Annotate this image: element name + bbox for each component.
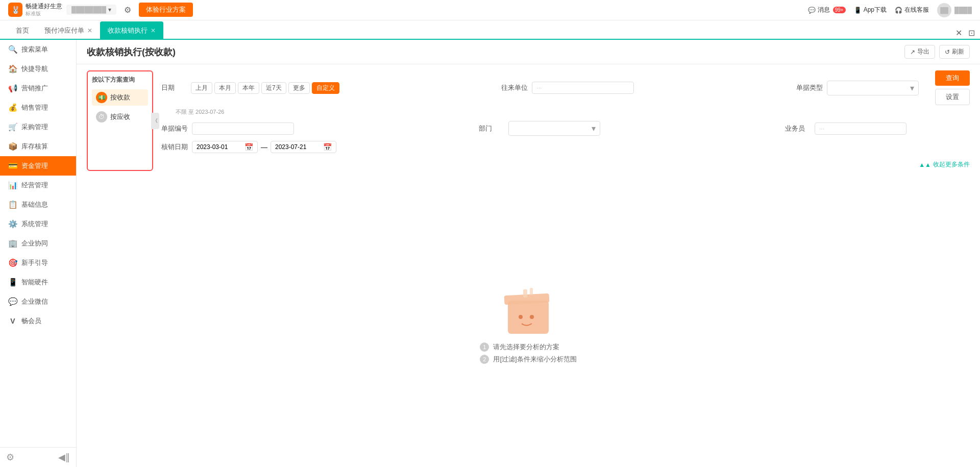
- filter-option-receivable-label: 按应收: [110, 112, 130, 121]
- settings-icon[interactable]: ⚙: [120, 3, 135, 17]
- purchase-icon: 🛒: [8, 122, 17, 132]
- tab-prepay[interactable]: 预付冲应付单 ✕: [37, 21, 100, 39]
- empty-hint-1-text: 请先选择要分析的方案: [493, 342, 559, 352]
- header-right: 💬 消息 99+ 📱 App下载 🎧 在线客服 ██ ████: [808, 3, 972, 17]
- app-download-label: App下载: [864, 6, 887, 14]
- sales-icon: 💰: [8, 103, 17, 112]
- partner-select[interactable]: ···: [532, 82, 634, 94]
- app-download-button[interactable]: 📱 App下载: [854, 6, 887, 14]
- verify-date-start-input[interactable]: [197, 143, 242, 151]
- svg-point-3: [530, 315, 534, 319]
- calendar-start-icon[interactable]: 📅: [244, 143, 253, 151]
- staff-select[interactable]: ···: [815, 122, 906, 135]
- tab-bar: 首页 预付冲应付单 ✕ 收款核销执行 ✕ ✕ ⊡: [0, 20, 980, 40]
- tab-prepay-close[interactable]: ✕: [87, 27, 92, 34]
- sidebar-item-finance[interactable]: 💳 资金管理: [0, 156, 76, 176]
- filter-settings-button[interactable]: 设置: [935, 89, 970, 105]
- sidebar-label-wechat: 企业微信: [21, 297, 48, 306]
- calendar-end-icon[interactable]: 📅: [323, 143, 332, 151]
- tab-close-all-icon[interactable]: ✕: [954, 27, 963, 39]
- message-button[interactable]: 💬 消息 99+: [808, 6, 846, 14]
- sidebar-item-wechat[interactable]: 💬 企业微信: [0, 292, 76, 311]
- date-hint-row: 不限 至 2023-07-26: [176, 107, 970, 116]
- svg-rect-5: [530, 288, 533, 295]
- date-btn-this-year[interactable]: 本年: [238, 82, 259, 94]
- sidebar-label-enterprise: 企业协同: [21, 239, 48, 248]
- sidebar-item-hardware[interactable]: 📱 智能硬件: [0, 273, 76, 292]
- date-btn-this-month[interactable]: 本月: [214, 82, 236, 94]
- filter-staff-field: 业务员 ···: [785, 122, 906, 135]
- brand-info: 畅捷通好生意 标准版: [26, 3, 62, 17]
- tab-bar-actions: ✕ ⊡: [954, 27, 980, 39]
- phone-icon: 📱: [854, 7, 862, 14]
- sidebar-item-operations[interactable]: 📊 经营管理: [0, 176, 76, 195]
- refresh-label: 刷新: [952, 47, 964, 56]
- query-button[interactable]: 查询: [935, 70, 970, 86]
- tab-collection-close[interactable]: ✕: [151, 27, 156, 34]
- hardware-icon: 📱: [8, 278, 17, 287]
- tab-collection[interactable]: 收款核销执行 ✕: [100, 21, 163, 39]
- sidebar-item-basicinfo[interactable]: 📋 基础信息: [0, 195, 76, 214]
- filter-sidebar-collapse[interactable]: 《: [151, 113, 159, 129]
- docno-input[interactable]: [192, 122, 294, 135]
- message-icon: 💬: [808, 7, 816, 14]
- collapse-sidebar-icon[interactable]: ◀‖: [58, 452, 70, 463]
- filter-option-collection[interactable]: 💵 按收款: [92, 89, 148, 106]
- sidebar-item-sales[interactable]: 💰 销售管理: [0, 98, 76, 117]
- date-range-separator: —: [261, 143, 267, 151]
- tab-prepay-label: 预付冲应付单: [44, 26, 84, 35]
- sidebar-item-purchase[interactable]: 🛒 采购管理: [0, 117, 76, 137]
- date-label: 日期: [161, 83, 187, 92]
- user-area: ██ ████: [937, 3, 972, 17]
- sidebar-label-quicknav: 快捷导航: [21, 64, 48, 73]
- sidebar-item-inventory[interactable]: 📦 库存核算: [0, 137, 76, 156]
- verifydate-label: 核销日期: [161, 142, 188, 152]
- filter-main: 日期 上月 本月 本年 近7天 更多 自定义: [161, 70, 970, 171]
- date-btn-last-month[interactable]: 上月: [191, 82, 212, 94]
- enterprise-icon: 🏢: [8, 239, 17, 248]
- sidebar: 🔍 搜索菜单 🏠 快捷导航 📢 营销推广 💰 销售管理 🛒 采购管理 📦 库存核…: [0, 40, 77, 467]
- tab-home-label: 首页: [16, 26, 29, 35]
- doctype-select[interactable]: ▾: [827, 81, 919, 95]
- company-selector[interactable]: ████████ ▾: [66, 5, 116, 15]
- sidebar-item-system[interactable]: ⚙️ 系统管理: [0, 214, 76, 234]
- filter-row-2: 单据编号 部门 ▾ 业务员: [161, 121, 970, 136]
- filter-layout: 按以下方案查询 💵 按收款 ⏱ 按应收 《: [87, 70, 970, 171]
- sidebar-item-enterprise[interactable]: 🏢 企业协同: [0, 234, 76, 253]
- page-header: 收款核销执行(按收款) ↗ 导出 ↺ 刷新: [77, 40, 980, 64]
- verify-date-start-wrapper: 📅: [192, 141, 258, 153]
- export-button[interactable]: ↗ 导出: [904, 45, 935, 59]
- verify-date-end-input[interactable]: [275, 143, 321, 151]
- sidebar-bottom: ⚙ ◀‖: [0, 447, 76, 467]
- page-actions: ↗ 导出 ↺ 刷新: [904, 45, 970, 59]
- svg-point-2: [519, 315, 523, 319]
- industry-button[interactable]: 体验行业方案: [139, 3, 193, 17]
- sidebar-item-marketing[interactable]: 📢 营销推广: [0, 79, 76, 98]
- receivable-option-icon: ⏱: [96, 111, 107, 122]
- tab-home[interactable]: 首页: [8, 21, 37, 39]
- filter-option-receivable[interactable]: ⏱ 按应收: [92, 109, 148, 125]
- system-icon: ⚙️: [8, 219, 17, 229]
- settings-bottom-icon[interactable]: ⚙: [6, 452, 14, 463]
- dept-select[interactable]: ▾: [508, 121, 600, 136]
- verify-date-range: 📅 — 📅: [192, 141, 336, 153]
- sidebar-item-search[interactable]: 🔍 搜索菜单: [0, 40, 76, 59]
- service-label: 在线客服: [904, 6, 929, 14]
- online-service-button[interactable]: 🎧 在线客服: [895, 6, 929, 14]
- filter-row-3: 核销日期 📅 — 📅: [161, 141, 970, 153]
- refresh-button[interactable]: ↺ 刷新: [939, 45, 970, 59]
- date-btn-custom[interactable]: 自定义: [312, 82, 339, 94]
- svg-rect-0: [508, 301, 549, 334]
- sidebar-item-quicknav[interactable]: 🏠 快捷导航: [0, 59, 76, 79]
- marketing-icon: 📢: [8, 84, 17, 93]
- filter-docno-field: 单据编号: [161, 122, 294, 135]
- sidebar-item-member[interactable]: V 畅会员: [0, 311, 76, 331]
- date-btn-7days[interactable]: 近7天: [261, 82, 286, 94]
- date-btn-more[interactable]: 更多: [288, 82, 310, 94]
- tab-fullscreen-icon[interactable]: ⊡: [967, 27, 976, 39]
- page-title-row: 收款核销执行(按收款) ↗ 导出 ↺ 刷新: [87, 45, 970, 59]
- member-icon: V: [8, 317, 17, 325]
- sidebar-item-guide[interactable]: 🎯 新手引导: [0, 253, 76, 273]
- filter-row-1: 日期 上月 本月 本年 近7天 更多 自定义: [161, 70, 970, 105]
- collapse-more-button[interactable]: ▲▲ 收起更多条件: [161, 158, 970, 171]
